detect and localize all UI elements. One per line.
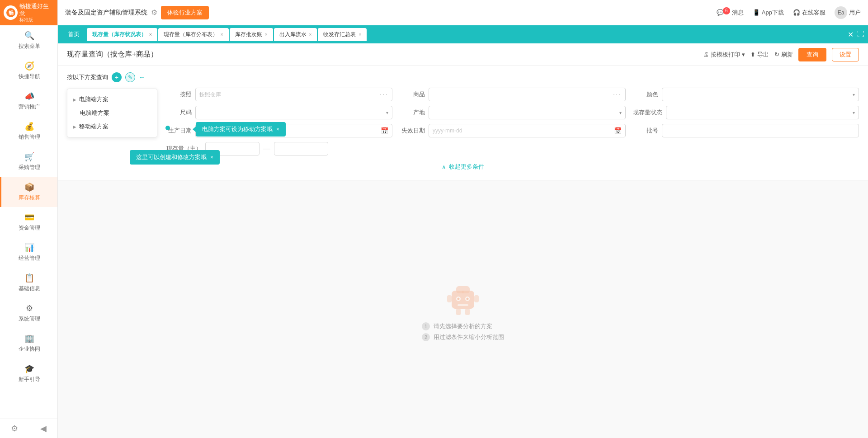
app-label: App下载 (762, 9, 784, 17)
tabs-actions: ✕ ⛶ (848, 30, 864, 39)
sidebar-item-inventory[interactable]: 📦 库存核算 (0, 177, 57, 207)
expire-date-input[interactable]: yyyy-mm-dd 📅 (429, 124, 626, 137)
filter-add-btn[interactable]: + (112, 72, 122, 82)
user-label: 用户 (849, 9, 861, 17)
tip-text-1: 请先选择要分析的方案 (434, 322, 492, 330)
tab-inventory-status[interactable]: 现存量（库存状况表） × (87, 28, 157, 41)
purchase-icon: 🛒 (24, 152, 34, 162)
tab-close-icon[interactable]: × (359, 32, 361, 37)
scheme-panel: ▶ 电脑端方案 电脑端方案 ▶ 移动端方案 (67, 89, 157, 137)
size-select[interactable]: ▾ (195, 106, 392, 119)
collapse-sidebar-icon[interactable]: ◀ (40, 424, 47, 433)
stock-status-select[interactable]: ▾ (666, 106, 859, 119)
system-icon: ⚙ (26, 303, 33, 313)
filter-fields: 按照 按照仓库 ··· 商品 ··· 颜色 ▾ (166, 88, 859, 155)
sidebar: 畅 畅捷通好生意 标准版 🔍 搜索菜单 🧭 快捷导航 📣 营销推广 💰 销售管理… (0, 0, 58, 438)
sidebar-item-label: 企业协同 (19, 345, 40, 353)
sidebar-item-guide[interactable]: 🎓 新手引导 (0, 358, 57, 389)
tooltip-pc-close[interactable]: × (276, 126, 279, 132)
scheme-pc-group[interactable]: ▶ 电脑端方案 (67, 93, 157, 106)
filter-edit-btn[interactable]: ✎ (125, 72, 135, 82)
tab-close-icon[interactable]: × (149, 32, 152, 37)
product-input[interactable]: ··· (429, 88, 626, 101)
tooltip-edit-close[interactable]: × (210, 154, 213, 160)
expire-date-calendar-icon: 📅 (614, 127, 622, 134)
svg-rect-13 (465, 309, 470, 315)
filter-label: 按以下方案查询 (67, 73, 108, 81)
sidebar-item-enterprise[interactable]: 🏢 企业协同 (0, 328, 57, 358)
topbar-settings-icon[interactable]: ⚙ (151, 8, 157, 17)
tab-in-out-flow[interactable]: 出入库流水 × (274, 28, 317, 41)
logo-subtitle: 标准版 (19, 17, 54, 23)
svg-rect-10 (447, 295, 452, 302)
message-item[interactable]: 💬 6 消息 (717, 9, 744, 17)
tooltip-pc: 电脑方案可设为移动方案哦 × (196, 122, 286, 137)
filter-arrow-btn[interactable]: ← (139, 74, 145, 81)
tab-batch-account[interactable]: 库存批次账 × (230, 28, 273, 41)
tab-label: 收发存汇总表 (323, 31, 356, 38)
support-icon: 🎧 (793, 9, 800, 16)
tab-close-icon[interactable]: × (221, 32, 223, 37)
refresh-icon: ↻ (774, 51, 779, 58)
sidebar-item-label: 采购管理 (19, 164, 40, 171)
tab-close-icon[interactable]: × (265, 32, 268, 37)
scheme-mobile-group[interactable]: ▶ 移动端方案 (67, 120, 157, 133)
field-warehouse: 按照 按照仓库 ··· (166, 88, 392, 101)
sidebar-item-marketing[interactable]: 📣 营销推广 (0, 86, 57, 116)
color-chevron-icon: ▾ (853, 92, 855, 97)
product-dots-icon: ··· (613, 90, 622, 99)
tooltip-pc-text: 电脑方案可设为移动方案哦 (202, 125, 273, 133)
sidebar-item-search-menu[interactable]: 🔍 搜索菜单 (0, 25, 57, 56)
export-btn[interactable]: ⬆ 导出 (750, 51, 769, 59)
collapse-up-icon: ∧ (442, 164, 446, 170)
refresh-btn[interactable]: ↻ 刷新 (774, 51, 793, 59)
tooltip-edit-text: 这里可以创建和修改方案哦 (136, 153, 207, 161)
filter-row-1: 按照 按照仓库 ··· 商品 ··· 颜色 ▾ (166, 88, 859, 101)
sidebar-item-label: 营销推广 (19, 103, 40, 111)
sidebar-item-operations[interactable]: 📊 经营管理 (0, 237, 57, 268)
fullscreen-icon[interactable]: ⛶ (857, 30, 864, 39)
tab-home[interactable]: 首页 (61, 28, 86, 41)
settings-icon[interactable]: ⚙ (11, 424, 18, 433)
sidebar-item-quick-nav[interactable]: 🧭 快捷导航 (0, 56, 57, 86)
scheme-pc-item[interactable]: 电脑端方案 (67, 106, 157, 120)
search-menu-icon: 🔍 (24, 31, 34, 41)
experience-btn[interactable]: 体验行业方案 (161, 6, 209, 19)
tab-inventory-dist[interactable]: 现存量（库存分布表） × (158, 28, 229, 41)
set-button[interactable]: 设置 (832, 48, 859, 61)
sidebar-item-label: 基础信息 (19, 285, 40, 292)
topbar: 装备及固定资产辅助管理系统 ⚙ 体验行业方案 💬 6 消息 📱 App下载 🎧 … (58, 0, 868, 25)
user-item[interactable]: Ea 用户 (835, 6, 861, 19)
sidebar-item-system[interactable]: ⚙ 系统管理 (0, 298, 57, 328)
sidebar-item-label: 销售管理 (19, 133, 40, 141)
warehouse-input[interactable]: 按照仓库 ··· (195, 88, 392, 101)
query-button[interactable]: 查询 (798, 48, 826, 61)
origin-select[interactable]: ▾ (429, 106, 626, 119)
empty-tip-2: 2 用过滤条件来缩小分析范围 (422, 333, 504, 341)
print-template-btn[interactable]: 🖨 按模板打印 ▾ (703, 51, 745, 59)
sidebar-item-sales[interactable]: 💰 销售管理 (0, 116, 57, 146)
size-chevron-icon: ▾ (386, 110, 388, 115)
svg-rect-11 (474, 295, 479, 302)
tab-close-icon[interactable]: × (309, 32, 312, 37)
logo-icon: 畅 (4, 5, 18, 20)
batch-no-input[interactable] (662, 124, 859, 137)
stock-main-end-input[interactable] (274, 142, 328, 155)
sidebar-item-purchase[interactable]: 🛒 采购管理 (0, 146, 57, 177)
close-all-tabs-icon[interactable]: ✕ (848, 30, 854, 39)
system-name: 装备及固定资产辅助管理系统 (65, 9, 147, 17)
printer-icon: 🖨 (703, 51, 709, 58)
sidebar-item-finance[interactable]: 💳 资金管理 (0, 207, 57, 237)
app-download-item[interactable]: 📱 App下载 (753, 9, 784, 17)
print-chevron-icon: ▾ (742, 51, 745, 58)
tab-receive-summary[interactable]: 收发存汇总表 × (318, 28, 367, 41)
print-template-label: 按模板打印 (711, 51, 740, 59)
sidebar-item-basic-info[interactable]: 📋 基础信息 (0, 268, 57, 298)
support-item[interactable]: 🎧 在线客服 (793, 9, 826, 17)
color-select[interactable]: ▾ (662, 88, 859, 101)
quick-nav-icon: 🧭 (24, 61, 34, 71)
sales-icon: 💰 (24, 122, 34, 132)
support-label: 在线客服 (802, 9, 826, 17)
field-stock-status: 现存量状态 ▾ (633, 106, 859, 119)
logo-area: 畅 畅捷通好生意 标准版 (0, 0, 57, 25)
